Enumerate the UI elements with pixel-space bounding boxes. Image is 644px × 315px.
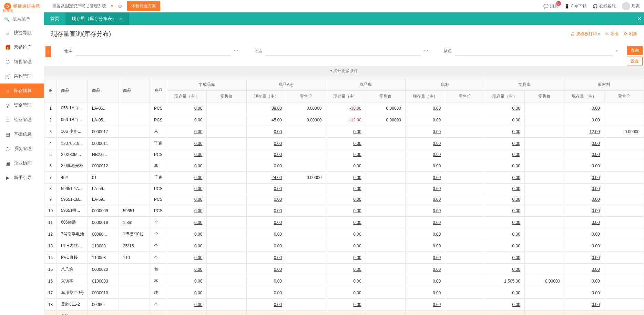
qty-cell[interactable]: 0.00 [167,184,207,194]
online-service-link[interactable]: 🎧 在线客服 [593,3,616,9]
gear-icon[interactable]: ⚙ [118,3,122,9]
qty-cell[interactable]: 0.00 [167,275,207,287]
search-button[interactable]: 查询 [627,46,643,55]
qty-cell[interactable]: 0.00 [405,138,445,149]
qty-cell[interactable]: 0.00 [326,217,366,228]
qty-cell[interactable]: 0.00 [405,126,445,138]
qty-cell[interactable]: -30.00 [326,102,366,114]
qty-cell[interactable]: 0.00 [564,172,604,184]
warehouse-input[interactable] [76,46,231,56]
sidebar-item-0[interactable]: ⌂快捷导航 [0,26,44,40]
user-menu[interactable]: 用友 [622,2,640,10]
qty-cell[interactable]: 0.00 [564,275,604,287]
tab-inventory-distribution[interactable]: 现存量（库存分布表） ✕ [65,12,129,25]
qty-cell[interactable]: 24.00 [246,172,286,184]
sidebar-item-10[interactable]: ▶新手引导 [0,170,44,185]
qty-cell[interactable]: 0.00 [167,194,207,205]
collapse-handle[interactable]: » [45,46,51,57]
sidebar-item-8[interactable]: ◌系统管理 [0,141,44,156]
qty-cell[interactable]: 0.00 [167,149,207,160]
sidebar-item-9[interactable]: ▣企业协同 [0,156,44,170]
qty-cell[interactable]: 1,505.00 [485,275,524,287]
qty-cell[interactable]: 0.00 [326,160,366,172]
qty-cell[interactable]: 0.00 [485,205,524,217]
tab-home[interactable]: 首页 [44,12,65,25]
qty-cell[interactable]: 0.00 [167,126,207,138]
qty-cell[interactable]: 0.00 [246,205,286,217]
qty-cell[interactable]: 0.00 [246,184,286,194]
qty-cell[interactable]: 0.00 [246,240,286,252]
chevron-down-icon[interactable]: ▾ [613,48,621,53]
qty-cell[interactable]: 0.00 [405,264,445,275]
qty-cell[interactable]: 0.00 [405,172,445,184]
qty-cell[interactable]: 0.00 [485,264,524,275]
messages-link[interactable]: 💬 消息 6 [543,3,558,9]
qty-cell[interactable]: 0.00 [405,252,445,264]
qty-cell[interactable]: 0.00 [246,149,286,160]
qty-cell[interactable]: 0.00 [326,149,366,160]
qty-cell[interactable]: 0.00 [485,252,524,264]
qty-cell[interactable]: 0.00 [167,160,207,172]
qty-cell[interactable]: 88.00 [246,102,286,114]
qty-cell[interactable]: 0.00 [246,228,286,240]
expand-more-conditions[interactable]: ▾ 展开更多条件 [44,66,644,76]
qty-cell[interactable]: 0.00 [326,172,366,184]
refresh-button[interactable]: ⟳ 刷新 [624,31,637,37]
sidebar-item-2[interactable]: ⬡销售管理 [0,55,44,69]
qty-cell[interactable]: 0.00 [564,194,604,205]
qty-cell[interactable]: 0.00 [405,102,445,114]
qty-cell[interactable]: 0.00 [485,172,524,184]
export-button[interactable]: ⇱ 导出 [605,31,619,37]
more-icon[interactable]: ⋯ [231,48,241,53]
system-select[interactable]: 装备及固定资产辅助管理系统 ▼ ⚙ [52,3,122,9]
qty-cell[interactable]: 0.00 [167,264,207,275]
qty-cell[interactable]: 0.00 [564,228,604,240]
qty-cell[interactable]: 0.00 [564,299,604,311]
qty-cell[interactable]: 0.00 [564,205,604,217]
qty-cell[interactable]: 0.00 [326,228,366,240]
qty-cell[interactable]: 0.00 [564,217,604,228]
qty-cell[interactable]: 0.00 [405,205,445,217]
qty-cell[interactable]: 0.00 [167,287,207,299]
qty-cell[interactable]: 0.00 [167,102,207,114]
qty-cell[interactable]: 45.00 [246,114,286,126]
qty-cell[interactable]: 0.00 [326,287,366,299]
print-template-button[interactable]: 🖨 按模板打印 ▾ [571,31,600,37]
sidebar-item-1[interactable]: 🎁营销推广 [0,40,44,55]
qty-cell[interactable]: 0.00 [167,205,207,217]
table-wrap[interactable]: ⚙商品商品商品商品半成品库成品A仓成品库鼠标文具库原材料现存量（主）零售价现存量… [44,79,644,315]
qty-cell[interactable]: 0.00 [564,160,604,172]
product-input[interactable] [265,46,420,56]
color-input[interactable] [455,46,613,56]
qty-cell[interactable]: 0.00 [485,240,524,252]
qty-cell[interactable]: 0.00 [246,299,286,311]
search-menu[interactable]: 🔍 搜索菜单 [0,12,44,26]
qty-cell[interactable]: 0.00 [405,275,445,287]
qty-cell[interactable]: 0.00 [405,114,445,126]
qty-cell[interactable]: 0.00 [167,228,207,240]
sidebar-item-5[interactable]: ◎资金管理 [0,98,44,112]
qty-cell[interactable]: 0.00 [564,264,604,275]
qty-cell[interactable]: 12.00 [564,126,604,138]
qty-cell[interactable]: 0.00 [326,275,366,287]
qty-cell[interactable]: 0.00 [405,299,445,311]
qty-cell[interactable]: 0.00 [326,194,366,205]
qty-cell[interactable]: 0.00 [485,299,524,311]
qty-cell[interactable]: 0.00 [167,138,207,149]
qty-cell[interactable]: 0.00 [564,102,604,114]
trial-button[interactable]: 体验行业方案 [127,1,160,11]
qty-cell[interactable]: 0.00 [405,217,445,228]
qty-cell[interactable]: 0.00 [405,228,445,240]
qty-cell[interactable]: 0.00 [167,172,207,184]
qty-cell[interactable]: 0.00 [405,184,445,194]
qty-cell[interactable]: 0.00 [405,160,445,172]
qty-cell[interactable]: 0.00 [485,102,524,114]
qty-cell[interactable]: 0.00 [326,126,366,138]
qty-cell[interactable]: 0.00 [326,299,366,311]
qty-cell[interactable]: 0.00 [246,126,286,138]
app-download-link[interactable]: 📱 App下载 [564,3,586,9]
qty-cell[interactable]: 0.00 [246,160,286,172]
qty-cell[interactable]: 0.00 [246,194,286,205]
sidebar-item-6[interactable]: ☰经营管理 [0,112,44,127]
qty-cell[interactable]: 0.00 [326,252,366,264]
